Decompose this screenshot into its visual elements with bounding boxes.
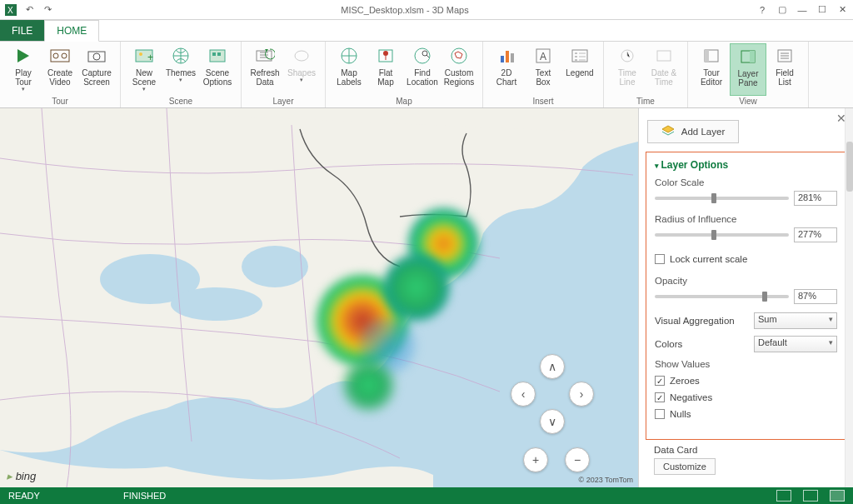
play-tour-label: PlayTour <box>15 68 31 87</box>
color-scale-label: Color Scale <box>655 177 837 187</box>
zeroes-checkbox[interactable]: ✓Zeroes <box>655 372 837 389</box>
add-layer-button[interactable]: Add Layer <box>647 120 739 143</box>
opacity-slider[interactable] <box>655 295 789 298</box>
map-zoom-in-button[interactable]: + <box>523 447 548 472</box>
text-box-button[interactable]: ATextBox <box>525 43 561 96</box>
capture-screen-button[interactable]: CaptureScreen <box>78 43 115 96</box>
window-title: MISC_Desktop.xlsm - 3D Maps <box>53 5 756 15</box>
group-map-label: Map <box>331 96 477 107</box>
capture-screen-label: CaptureScreen <box>82 68 112 87</box>
custom-regions-label: CustomRegions <box>444 68 475 87</box>
ribbon-options-icon[interactable]: ▢ <box>776 4 788 16</box>
color-scale-field: Color Scale 281% <box>655 177 837 206</box>
svg-point-17 <box>295 51 308 61</box>
svg-rect-33 <box>705 50 709 62</box>
group-insert-label: Insert <box>488 96 598 107</box>
scene-options-label: SceneOptions <box>203 68 232 87</box>
svg-marker-2 <box>17 49 29 62</box>
new-scene-label: NewScene <box>132 68 156 87</box>
map-tilt-up-button[interactable]: ∧ <box>540 354 565 379</box>
bing-logo: ▸ bing <box>7 470 36 482</box>
map-canvas[interactable]: ∧ ‹ › ∨ + − ▸ bing © 2023 TomTom <box>0 108 638 487</box>
customize-button[interactable]: Customize <box>654 458 716 475</box>
minimize-icon[interactable]: — <box>796 4 808 16</box>
colors-select[interactable]: Default <box>754 336 837 352</box>
status-icon-2[interactable] <box>803 490 818 502</box>
tab-home[interactable]: HOME <box>44 20 99 42</box>
group-insert: 2DChart ATextBox Legend Insert <box>483 42 604 107</box>
svg-point-7 <box>93 53 100 60</box>
maximize-icon[interactable]: ☐ <box>816 4 828 16</box>
status-icon-1[interactable] <box>776 490 791 502</box>
color-scale-input[interactable]: 281% <box>794 191 837 206</box>
map-labels-button[interactable]: MapLabels <box>331 43 367 96</box>
shapes-button[interactable]: Shapes <box>283 43 320 96</box>
negatives-checkbox[interactable]: ✓Negatives <box>655 389 837 406</box>
tour-editor-label: TourEditor <box>701 68 722 87</box>
svg-rect-14 <box>217 52 221 56</box>
map-rotate-left-button[interactable]: ‹ <box>511 382 536 407</box>
checkbox-icon: ✓ <box>655 392 665 402</box>
play-tour-button[interactable]: PlayTour <box>5 43 42 96</box>
lock-scale-label: Lock current scale <box>670 254 747 264</box>
svg-rect-24 <box>501 56 504 62</box>
layer-options-title[interactable]: Layer Options <box>655 159 837 171</box>
layer-pane-button[interactable]: LayerPane <box>730 43 766 96</box>
time-line-label: TimeLine <box>618 68 636 87</box>
refresh-data-button[interactable]: RefreshData <box>247 43 283 96</box>
map-copyright: © 2023 TomTom <box>579 476 634 484</box>
status-icon-3[interactable] <box>830 490 845 502</box>
show-values-group: Show Values ✓Zeroes ✓Negatives Nulls <box>655 359 837 422</box>
svg-point-5 <box>62 53 67 58</box>
main-area: ∧ ‹ › ∨ + − ▸ bing © 2023 TomTom ✕ Add L… <box>0 108 853 487</box>
date-time-button: Date &Time <box>646 43 682 96</box>
undo-icon[interactable]: ↶ <box>23 4 35 16</box>
help-icon[interactable]: ? <box>756 4 768 16</box>
svg-rect-13 <box>212 52 216 56</box>
opacity-input[interactable]: 87% <box>794 289 837 304</box>
svg-rect-26 <box>511 53 514 62</box>
visual-aggregation-label: Visual Aggregation <box>655 316 735 326</box>
group-tour: PlayTour CreateVideo CaptureScreen Tour <box>0 42 121 107</box>
data-card-section: Data Card Customize <box>654 445 838 475</box>
close-icon[interactable]: ✕ <box>836 4 848 16</box>
custom-regions-button[interactable]: CustomRegions <box>441 43 477 96</box>
group-layer-label: Layer <box>247 96 320 107</box>
flat-map-button[interactable]: FlatMap <box>367 43 404 96</box>
themes-button[interactable]: Themes <box>162 43 199 96</box>
tour-editor-button[interactable]: TourEditor <box>693 43 730 96</box>
status-ready: READY <box>8 491 40 501</box>
tab-file[interactable]: FILE <box>0 20 44 41</box>
visual-aggregation-select[interactable]: Sum <box>754 312 837 329</box>
map-labels-label: MapLabels <box>337 68 361 87</box>
scrollbar-thumb[interactable] <box>846 142 853 192</box>
svg-text:X: X <box>7 6 13 15</box>
radius-field: Radius of Influence 277% <box>655 214 837 242</box>
lock-scale-checkbox[interactable]: Lock current scale <box>655 251 837 267</box>
themes-label: Themes <box>166 68 196 77</box>
refresh-data-label: RefreshData <box>250 68 279 87</box>
map-tilt-down-button[interactable]: ∨ <box>540 409 565 434</box>
map-rotate-right-button[interactable]: › <box>569 382 594 407</box>
group-tour-label: Tour <box>5 96 115 107</box>
group-layer: RefreshData Shapes Layer <box>242 42 326 107</box>
legend-button[interactable]: Legend <box>561 43 598 96</box>
color-scale-slider[interactable] <box>655 197 789 200</box>
create-video-button[interactable]: CreateVideo <box>42 43 78 96</box>
redo-icon[interactable]: ↷ <box>42 4 53 16</box>
pane-scrollbar[interactable] <box>845 108 853 487</box>
field-list-button[interactable]: FieldList <box>766 43 803 96</box>
find-location-button[interactable]: FindLocation <box>404 43 441 96</box>
2d-chart-button[interactable]: 2DChart <box>488 43 525 96</box>
radius-input[interactable]: 277% <box>794 227 837 242</box>
radius-slider[interactable] <box>655 233 789 237</box>
shapes-label: Shapes <box>287 68 316 77</box>
scene-options-button[interactable]: SceneOptions <box>199 43 236 96</box>
map-zoom-out-button[interactable]: − <box>565 447 590 472</box>
group-view: TourEditor LayerPane FieldList View <box>688 42 809 107</box>
svg-point-23 <box>451 48 466 63</box>
negatives-label: Negatives <box>670 392 712 402</box>
new-scene-button[interactable]: +NewScene <box>126 43 162 96</box>
ribbon: PlayTour CreateVideo CaptureScreen Tour … <box>0 42 853 108</box>
nulls-checkbox[interactable]: Nulls <box>655 406 837 422</box>
